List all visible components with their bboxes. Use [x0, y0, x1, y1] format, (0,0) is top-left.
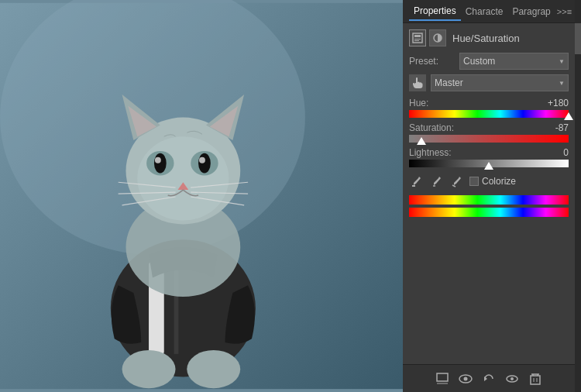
rainbow-bar-bottom	[409, 208, 569, 217]
tab-more[interactable]: >>	[557, 7, 567, 16]
adjustment-title: Hue/Saturation	[452, 33, 520, 44]
tab-paragraph[interactable]: Paragrap	[507, 3, 555, 20]
preset-select[interactable]: Custom ▼	[459, 53, 569, 70]
tab-properties[interactable]: Properties	[409, 2, 461, 21]
lightness-track[interactable]	[409, 160, 569, 167]
toolbar-btn-delete[interactable]	[527, 370, 544, 387]
hue-label: Hue:	[409, 98, 428, 108]
colorize-checkbox[interactable]	[469, 177, 479, 186]
preset-row: Preset: Custom ▼	[409, 53, 569, 70]
lightness-value: 0	[541, 147, 569, 158]
colorize-row: Colorize	[409, 174, 569, 189]
hue-thumb[interactable]	[564, 112, 573, 120]
preset-arrow: ▼	[559, 58, 565, 65]
colorize-label[interactable]: Colorize	[469, 176, 516, 187]
svg-point-17	[199, 157, 205, 163]
svg-point-13	[154, 153, 167, 174]
lightness-header: Lightness: 0	[409, 147, 569, 158]
cat-illustration	[0, 0, 403, 392]
svg-rect-28	[414, 35, 421, 37]
svg-rect-27	[413, 33, 422, 43]
svg-rect-42	[531, 376, 540, 384]
right-panel: Properties Characte Paragrap >> ≡ Hue/Sa…	[403, 0, 575, 392]
svg-rect-36	[437, 383, 448, 384]
saturation-header: Saturation: -87	[409, 122, 569, 133]
channel-select[interactable]: Master ▼	[431, 74, 569, 91]
svg-line-34	[452, 185, 456, 187]
scroll-thumb[interactable]	[575, 23, 581, 54]
hue-value: +180	[541, 98, 569, 108]
svg-point-26	[187, 350, 240, 388]
eyedropper-2[interactable]	[429, 174, 445, 189]
svg-rect-29	[414, 39, 421, 40]
eyedropper-3[interactable]	[449, 174, 465, 189]
svg-point-16	[198, 153, 211, 174]
toolbar-btn-reset[interactable]	[480, 370, 497, 387]
canvas-area	[0, 0, 403, 392]
svg-point-41	[511, 377, 514, 380]
tab-character[interactable]: Characte	[461, 3, 508, 20]
scroll-strip	[575, 0, 581, 392]
saturation-section: Saturation: -87	[409, 122, 569, 143]
saturation-track[interactable]	[409, 135, 569, 143]
adjustment-icons-row: Hue/Saturation	[409, 29, 569, 46]
saturation-value: -87	[541, 122, 569, 133]
panel-menu[interactable]: ≡	[567, 7, 572, 16]
toolbar-btn-eye[interactable]	[504, 370, 521, 387]
lightness-label: Lightness:	[409, 147, 452, 158]
hue-track[interactable]	[409, 110, 569, 118]
bottom-toolbar	[403, 364, 575, 392]
hue-header: Hue: +180	[409, 98, 569, 108]
panel-tabs: Properties Characte Paragrap >> ≡	[403, 0, 575, 23]
svg-point-38	[464, 377, 468, 380]
svg-rect-30	[414, 40, 419, 41]
channel-value: Master	[435, 77, 463, 88]
channel-row: Master ▼	[409, 74, 569, 91]
eyedropper-1[interactable]	[409, 174, 425, 189]
hand-tool-icon[interactable]	[409, 74, 426, 91]
colorize-text: Colorize	[482, 176, 516, 187]
toolbar-btn-visibility[interactable]	[457, 370, 474, 387]
hue-section: Hue: +180	[409, 98, 569, 118]
saturation-label: Saturation:	[409, 122, 454, 133]
lightness-section: Lightness: 0	[409, 147, 569, 167]
adjustment-icon-circle[interactable]	[429, 29, 446, 46]
preset-value: Custom	[463, 56, 495, 67]
svg-rect-32	[412, 185, 415, 187]
preset-label: Preset:	[409, 56, 459, 67]
channel-arrow: ▼	[559, 80, 565, 87]
rainbow-bar-top	[409, 195, 569, 205]
photo	[0, 0, 403, 392]
svg-point-11	[137, 136, 229, 220]
svg-point-14	[155, 157, 161, 163]
toolbar-btn-layers[interactable]	[434, 370, 451, 387]
panel-body: Hue/Saturation Preset: Custom ▼ Master ▼	[403, 23, 575, 364]
saturation-thumb[interactable]	[417, 137, 426, 145]
adjustment-icon-layers[interactable]	[409, 29, 426, 46]
lightness-thumb[interactable]	[484, 162, 493, 170]
svg-rect-35	[437, 373, 448, 381]
svg-point-25	[122, 350, 176, 388]
